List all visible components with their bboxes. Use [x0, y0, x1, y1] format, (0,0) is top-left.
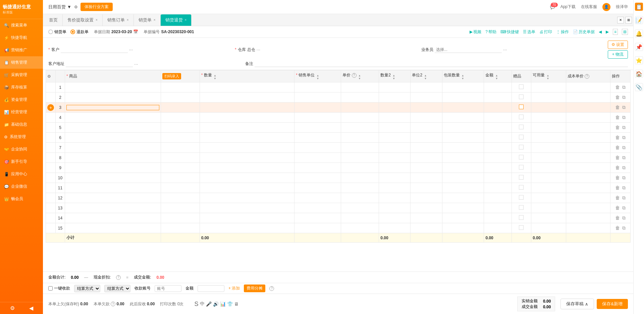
calculation-select[interactable]: 结算方式 — [104, 285, 130, 292]
tab-sales[interactable]: 销货单 × — [134, 14, 161, 26]
product-cell[interactable] — [65, 123, 161, 133]
gift-checkbox[interactable] — [519, 175, 524, 180]
radio-sales[interactable]: 销货单 — [48, 29, 66, 35]
sidebar-item-member[interactable]: 👑 畅会员 — [0, 193, 43, 205]
gift-checkbox[interactable] — [519, 165, 524, 170]
action-print[interactable]: 🖨 打印 — [539, 29, 552, 35]
tray-icon-5[interactable]: 📊 — [220, 301, 226, 307]
sidebar-item-enterprise[interactable]: 🤝 企业协同 — [0, 143, 43, 155]
copy-row-button[interactable]: ⧉ — [622, 174, 626, 181]
account-input[interactable] — [155, 285, 181, 292]
address-select-btn[interactable]: ··· — [134, 61, 138, 67]
gift-cell[interactable] — [512, 82, 531, 92]
warehouse-select-btn[interactable]: ··· — [257, 47, 261, 52]
customer-select-btn[interactable]: ··· — [129, 47, 133, 52]
view-list-icon[interactable]: ≡ — [613, 29, 618, 35]
available-cell[interactable] — [531, 82, 566, 92]
tray-icon-2[interactable]: 中 — [200, 301, 205, 307]
sidebar-item-sales-mgmt[interactable]: 📋 销售管理 — [0, 56, 43, 69]
delete-row-button[interactable]: 🗑 — [614, 94, 621, 101]
salesperson-select-btn[interactable]: ··· — [503, 47, 507, 52]
experience-button[interactable]: 体验行业方案 — [80, 3, 113, 11]
tab-menu-button[interactable]: ⊞ — [625, 17, 632, 23]
tray-icon-6[interactable]: 👕 — [227, 301, 233, 307]
tray-icon-7[interactable]: 🖥 — [234, 301, 239, 307]
sidebar-item-inventory[interactable]: 📦 库存核算 — [0, 81, 43, 93]
action-video[interactable]: ▶ 视频 — [470, 29, 481, 35]
delete-row-button[interactable]: 🗑 — [614, 164, 621, 171]
product-cell[interactable] — [65, 113, 161, 123]
sidebar-item-quick-nav[interactable]: ⚡ 快捷导航 — [0, 32, 43, 44]
product-cell[interactable] — [65, 183, 161, 193]
product-cell[interactable] — [65, 223, 161, 233]
sidebar-item-marketing[interactable]: 📢 营销推广 — [0, 44, 43, 56]
cash-discount-help-icon[interactable]: ? — [116, 275, 121, 280]
expense-split-button[interactable]: 费用分摊 — [244, 285, 265, 292]
gift-checkbox[interactable] — [519, 225, 524, 230]
online-service-link[interactable]: 在线客服 — [581, 4, 597, 10]
product-cell[interactable] — [65, 153, 161, 163]
copy-row-button[interactable]: ⧉ — [622, 144, 626, 151]
gift-checkbox[interactable] — [519, 195, 524, 200]
tab-home[interactable]: 首页 — [44, 14, 63, 26]
gift-checkbox[interactable] — [519, 205, 524, 210]
remark-input[interactable] — [255, 61, 628, 67]
gift-checkbox[interactable] — [519, 115, 524, 119]
copy-row-button[interactable]: ⧉ — [622, 124, 626, 131]
view-grid-icon[interactable]: ⊞ — [622, 29, 628, 35]
right-icon-4[interactable]: 📌 — [635, 43, 643, 51]
user-name[interactable]: 徐泽华 — [616, 4, 628, 10]
tray-icon-3[interactable]: 🎤 — [206, 301, 212, 307]
scan-button[interactable]: 扫码录入 — [162, 73, 181, 79]
sidebar-item-finance[interactable]: 💰 资金管理 — [0, 93, 43, 106]
right-icon-6[interactable]: 🏠 — [635, 70, 643, 78]
tab-close-all-button[interactable]: ✕ — [617, 17, 624, 23]
date-value[interactable]: 2023-03-20 — [111, 29, 132, 34]
sidebar-item-new-guide[interactable]: 🎯 新手引导 — [0, 155, 43, 168]
number-value[interactable]: SA-20230320-001 — [161, 29, 194, 34]
gift-checkbox[interactable] — [519, 215, 524, 220]
delete-row-button[interactable]: 🗑 — [614, 104, 621, 111]
sidebar-item-search[interactable]: 🔍 搜索菜单 — [0, 19, 43, 32]
right-icon-2[interactable]: 📝 — [635, 16, 643, 24]
tray-icon-4[interactable]: 🔊 — [213, 301, 219, 307]
pack-qty-cell[interactable] — [442, 82, 484, 92]
date-picker-icon[interactable]: 📅 — [133, 29, 138, 34]
product-cell[interactable] — [65, 143, 161, 153]
gift-checkbox[interactable] — [519, 84, 524, 89]
action-history[interactable]: 📄 历史单据 — [573, 29, 595, 35]
accounting-select[interactable]: 结算方式 — [74, 285, 100, 292]
nav-selector[interactable]: 日用百货 ▼ — [48, 4, 71, 10]
settings-bottom-icon[interactable]: ⚙ — [10, 305, 15, 311]
copy-row-button[interactable]: ⧉ — [622, 225, 626, 232]
settings-icon[interactable]: ⚙ — [74, 5, 78, 9]
logistics-button[interactable]: + 物流 — [608, 50, 628, 59]
tab-sales-order-close[interactable]: × — [127, 18, 129, 22]
th-scan[interactable]: 扫码录入 — [161, 70, 200, 82]
save-new-button[interactable]: 保存&新增 — [597, 299, 628, 309]
copy-row-button[interactable]: ⧉ — [622, 204, 626, 211]
add-row-button[interactable]: + — [47, 104, 54, 111]
action-help[interactable]: ? 帮助 — [485, 29, 496, 35]
delete-row-button[interactable]: 🗑 — [614, 225, 621, 231]
add-payment-button[interactable]: + 添加 — [228, 286, 240, 291]
product-input[interactable] — [66, 85, 159, 90]
action-select[interactable]: ☰ 选单 — [523, 29, 535, 35]
bill-owe-help-icon[interactable]: ? — [111, 302, 115, 306]
tab-price-settings-close[interactable]: × — [96, 18, 98, 22]
delete-row-button[interactable]: 🗑 — [614, 134, 621, 141]
product-cell[interactable] — [65, 193, 161, 203]
product-cell[interactable] — [65, 203, 161, 213]
tab-sales-order[interactable]: 销售订单 × — [103, 14, 134, 26]
th-settings[interactable]: ⚙ — [46, 70, 56, 82]
delete-row-button[interactable]: 🗑 — [614, 194, 621, 201]
one-click-pay-input[interactable] — [48, 286, 53, 291]
next-record-icon[interactable]: ▶ — [606, 29, 609, 34]
radio-return[interactable]: 退款单 — [70, 29, 89, 35]
settings-button[interactable]: ⚙ 设置 — [608, 41, 628, 49]
sidebar-item-system[interactable]: ⚙ 系统管理 — [0, 131, 43, 143]
save-draft-button[interactable]: 保存草稿 ∧ — [560, 299, 594, 309]
unit-price-help-icon[interactable]: ? — [352, 73, 357, 78]
delete-row-button[interactable]: 🗑 — [614, 124, 621, 131]
copy-row-button[interactable]: ⧉ — [622, 84, 626, 91]
